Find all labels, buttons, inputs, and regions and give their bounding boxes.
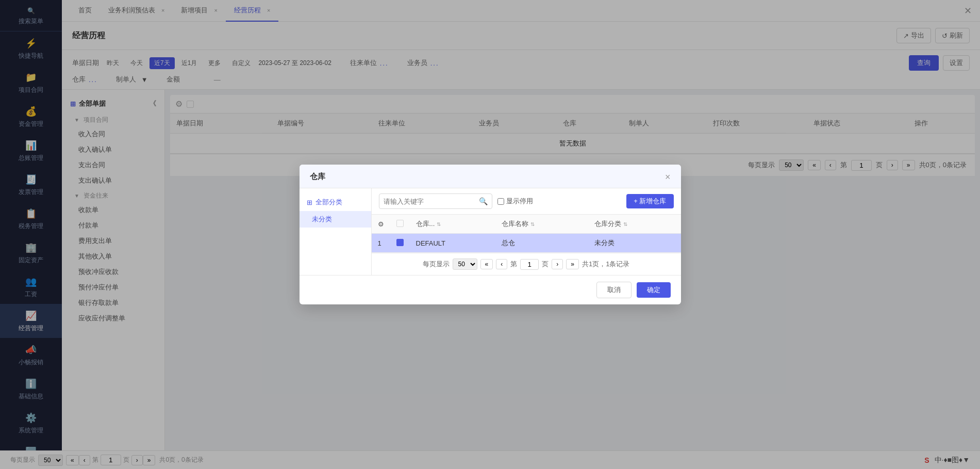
modal-first-btn[interactable]: «: [480, 259, 493, 269]
table-row[interactable]: 1 DEFAULT 总仓 未分类: [372, 234, 681, 253]
modal-search-icon[interactable]: 🔍: [475, 197, 492, 205]
modal-header: 仓库 ×: [300, 165, 681, 188]
modal-page-input[interactable]: [520, 259, 539, 270]
modal-col-checkbox: [390, 215, 410, 234]
modal-col-name: 仓库名称 ⇅: [495, 215, 588, 234]
show-disabled-label[interactable]: 显示停用: [497, 197, 533, 206]
modal-pagination: 每页显示 50 « ‹ 第 页 › » 共1页，1条记录: [372, 253, 681, 275]
grid-icon-modal: ⊞: [307, 199, 312, 206]
sort-icon-name: ⇅: [530, 221, 535, 227]
add-warehouse-button[interactable]: + 新增仓库: [626, 194, 673, 208]
warehouse-modal: 仓库 × ⊞ 全部分类 未分类 🔍: [300, 165, 681, 304]
modal-total-info: 共1页，1条记录: [582, 260, 629, 269]
modal-close-button[interactable]: ×: [665, 172, 671, 182]
modal-col-code: 仓库... ⇅: [410, 215, 496, 234]
modal-last-btn[interactable]: »: [566, 259, 579, 269]
modal-table: ⚙ 仓库... ⇅: [372, 215, 681, 253]
modal-footer: 取消 确定: [300, 275, 681, 304]
modal-toolbar: 🔍 显示停用 + 新增仓库: [372, 188, 681, 215]
modal-row-num: 1: [372, 234, 390, 253]
sort-icon-cat: ⇅: [623, 221, 627, 227]
modal-title: 仓库: [310, 172, 325, 182]
modal-tree-all[interactable]: ⊞ 全部分类: [300, 193, 371, 211]
sort-icon-code: ⇅: [437, 221, 441, 227]
modal-row-name: 总仓: [495, 234, 588, 253]
modal-search-input[interactable]: [379, 198, 475, 205]
modal-row-code: DEFAULT: [410, 234, 496, 253]
modal-tree-unclassified[interactable]: 未分类: [300, 211, 371, 228]
modal-table-wrap: ⚙ 仓库... ⇅: [372, 215, 681, 253]
modal-settings-icon[interactable]: ⚙: [378, 220, 384, 228]
modal-row-check: [390, 234, 410, 253]
modal-next-btn[interactable]: ›: [552, 259, 563, 269]
modal-overlay: 仓库 × ⊞ 全部分类 未分类 🔍: [0, 0, 980, 469]
modal-right: 🔍 显示停用 + 新增仓库 ⚙: [372, 188, 681, 275]
modal-tree: ⊞ 全部分类 未分类: [300, 188, 372, 275]
modal-col-category: 仓库分类 ⇅: [588, 215, 681, 234]
modal-page-end-label: 页: [542, 260, 549, 269]
modal-row-checkbox[interactable]: [396, 239, 404, 246]
modal-body: ⊞ 全部分类 未分类 🔍 显示停用 + 新增仓库: [300, 188, 681, 275]
modal-confirm-button[interactable]: 确定: [637, 282, 671, 298]
modal-per-page-label: 每页显示: [423, 260, 450, 269]
modal-page-label: 第: [510, 260, 517, 269]
modal-prev-btn[interactable]: ‹: [496, 259, 507, 269]
modal-row-category: 未分类: [588, 234, 681, 253]
modal-page-size-select[interactable]: 50: [453, 258, 477, 270]
show-disabled-checkbox[interactable]: [497, 198, 504, 205]
modal-search-box: 🔍: [379, 193, 492, 209]
modal-select-all[interactable]: [396, 220, 404, 227]
modal-cancel-button[interactable]: 取消: [596, 282, 632, 298]
modal-col-settings: ⚙: [372, 215, 390, 234]
